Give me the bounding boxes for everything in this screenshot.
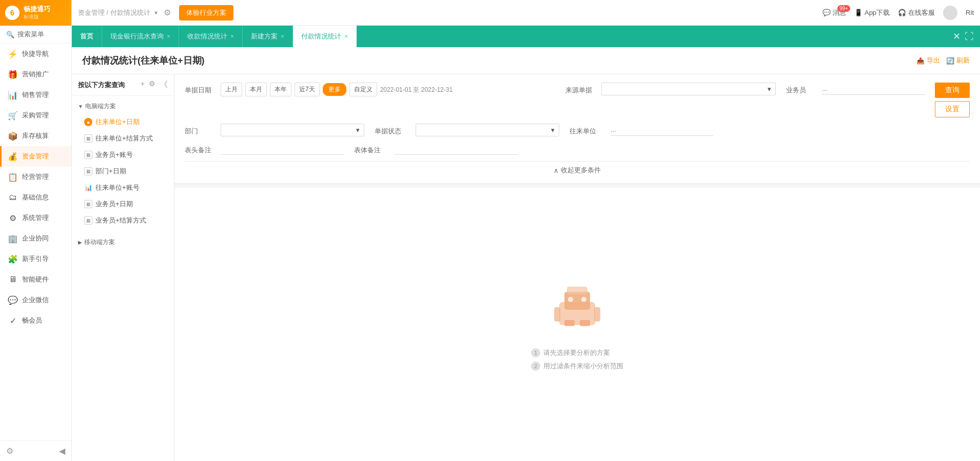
quick-nav-icon: ⚡ bbox=[8, 49, 18, 59]
sidebar-item-quick-nav[interactable]: ⚡ 快捷导航 bbox=[0, 44, 71, 64]
settings-button[interactable]: 设置 bbox=[935, 101, 970, 117]
close-all-tabs-icon[interactable]: ✕ bbox=[953, 31, 961, 42]
sidebar-item-guide[interactable]: 🧩 新手引导 bbox=[0, 249, 71, 269]
sidebar-item-purchase[interactable]: 🛒 采购管理 bbox=[0, 105, 71, 126]
basic-icon: 🗂 bbox=[8, 192, 18, 203]
svg-rect-5 bbox=[554, 307, 560, 322]
topbar-gear-icon[interactable]: ⚙ bbox=[164, 8, 171, 17]
sidebar-item-label: 经营管理 bbox=[22, 172, 49, 182]
date-filter-label: 单据日期 bbox=[185, 83, 221, 95]
tab-payment-stats[interactable]: 付款情况统计 × bbox=[293, 26, 357, 47]
expand-icon[interactable]: ⛶ bbox=[965, 31, 974, 42]
date-btn-custom[interactable]: 自定义 bbox=[349, 83, 377, 96]
sidebar-item-vip[interactable]: ✓ 畅会员 bbox=[0, 310, 71, 331]
tab-new-scheme[interactable]: 新建方案 × bbox=[243, 26, 293, 47]
message-button[interactable]: 💬 消息 99+ bbox=[822, 8, 846, 17]
logo-sub: 标准版 bbox=[24, 13, 50, 21]
sidebar-item-wechat[interactable]: 💬 企业微信 bbox=[0, 290, 71, 310]
staff-input[interactable] bbox=[822, 85, 925, 92]
export-label: 导出 bbox=[927, 56, 940, 65]
sidebar-collapse-icon[interactable]: ◀ bbox=[59, 446, 65, 456]
desktop-group-header[interactable]: ▼ 电脑端方案 bbox=[72, 99, 174, 114]
date-btn-more[interactable]: 更多 bbox=[323, 83, 346, 96]
scheme-item-dept-date[interactable]: ▦ 部门+日期 bbox=[72, 163, 174, 179]
date-btn-this-month[interactable]: 本月 bbox=[245, 83, 267, 96]
sidebar-item-system[interactable]: ⚙ 系统管理 bbox=[0, 208, 71, 228]
collapse-filter-button[interactable]: ∧ 收起更多条件 bbox=[185, 161, 970, 179]
query-button[interactable]: 查询 bbox=[935, 83, 970, 98]
scheme-item-label: 往来单位+账号 bbox=[95, 183, 140, 192]
sidebar-item-label: 畅会员 bbox=[22, 316, 42, 325]
message-icon: 💬 bbox=[822, 9, 831, 16]
right-panel: 单据日期 上月 本月 本年 近7天 更多 自定义 2022-01-01 至 20… bbox=[174, 74, 980, 461]
sidebar-header: 6 畅捷通巧 标准版 bbox=[0, 0, 71, 26]
inventory-icon: 📦 bbox=[8, 131, 18, 141]
date-btn-7days[interactable]: 近7天 bbox=[295, 83, 320, 96]
svg-rect-4 bbox=[567, 287, 587, 294]
sidebar-item-marketing[interactable]: 🎁 营销推广 bbox=[0, 64, 71, 85]
sidebar-nav: ⚡ 快捷导航 🎁 营销推广 📊 销售管理 🛒 采购管理 📦 库存核算 💰 资金管… bbox=[0, 44, 71, 440]
header-note-input[interactable] bbox=[221, 143, 344, 155]
scheme-item-label: 业务员+账号 bbox=[95, 150, 133, 159]
data-area: 1 请先选择要分析的方案 2 用过滤条件来缩小分析范围 bbox=[174, 188, 980, 461]
tab-bank-flow[interactable]: 现金银行流水查询 × bbox=[102, 26, 179, 47]
trial-button[interactable]: 体验行业方案 bbox=[179, 5, 233, 21]
sidebar-settings-icon[interactable]: ⚙ bbox=[6, 446, 13, 456]
sidebar-item-basic[interactable]: 🗂 基础信息 bbox=[0, 187, 71, 208]
tab-receipt-stats-close[interactable]: × bbox=[230, 33, 234, 40]
left-panel-title: 按以下方案查询 bbox=[78, 81, 125, 90]
tab-payment-stats-close[interactable]: × bbox=[344, 33, 348, 40]
scheme-item-staff-payment[interactable]: ▦ 业务员+结算方式 bbox=[72, 212, 174, 229]
dept-select[interactable]: ▾ bbox=[221, 124, 364, 136]
tab-payment-stats-label: 付款情况统计 bbox=[301, 32, 341, 41]
sidebar-item-label: 系统管理 bbox=[22, 213, 49, 223]
topbar: 资金管理 / 付款情况统计 ▾ ⚙ 体验行业方案 💬 消息 99+ 📱 App下… bbox=[72, 0, 980, 26]
scheme-item-label: 往来单位+结算方式 bbox=[95, 134, 153, 143]
add-scheme-icon[interactable]: + bbox=[141, 79, 145, 90]
svg-rect-1 bbox=[564, 292, 590, 310]
body-note-input[interactable] bbox=[395, 143, 518, 155]
online-service-button[interactable]: 🎧 在线客服 bbox=[898, 8, 935, 17]
sidebar-item-enterprise[interactable]: 🏢 企业协同 bbox=[0, 228, 71, 249]
tab-home[interactable]: 首页 bbox=[72, 26, 102, 47]
tab-new-scheme-close[interactable]: × bbox=[281, 33, 284, 40]
scheme-item-unit-payment[interactable]: ▦ 往来单位+结算方式 bbox=[72, 130, 174, 147]
mobile-group-header[interactable]: ▶ 移动端方案 bbox=[72, 235, 174, 250]
date-btn-this-year[interactable]: 本年 bbox=[270, 83, 291, 96]
service-label: 在线客服 bbox=[908, 8, 935, 17]
refresh-button[interactable]: 🔄 刷新 bbox=[946, 56, 970, 65]
sidebar-item-label: 新手引导 bbox=[22, 254, 49, 264]
service-icon: 🎧 bbox=[898, 9, 906, 16]
desktop-scheme-group: ▼ 电脑端方案 ● 往来单位+日期 ▦ 往来单位+结算方式 ▦ 业务员+账号 bbox=[72, 96, 174, 232]
scheme-item-staff-date[interactable]: ▦ 业务员+日期 bbox=[72, 196, 174, 212]
sidebar-item-hardware[interactable]: 🖥 智能硬件 bbox=[0, 269, 71, 290]
sidebar-item-sales[interactable]: 📊 销售管理 bbox=[0, 85, 71, 105]
scheme-table-icon: ▦ bbox=[84, 216, 92, 225]
export-button[interactable]: 📤 导出 bbox=[916, 56, 940, 65]
dropdown-icon[interactable]: ▾ bbox=[154, 9, 158, 16]
search-label: 搜索菜单 bbox=[17, 30, 44, 39]
sidebar-item-finance[interactable]: 💰 资金管理 bbox=[0, 146, 71, 167]
scheme-settings-icon[interactable]: ⚙ bbox=[149, 79, 155, 90]
tab-bank-flow-close[interactable]: × bbox=[167, 33, 170, 40]
sidebar-item-inventory[interactable]: 📦 库存核算 bbox=[0, 126, 71, 146]
tab-receipt-stats[interactable]: 收款情况统计 × bbox=[179, 26, 243, 47]
search-menu[interactable]: 🔍 搜索菜单 bbox=[0, 26, 71, 44]
refresh-icon: 🔄 bbox=[946, 57, 954, 65]
doc-status-select[interactable]: ▾ bbox=[416, 124, 559, 136]
app-download-button[interactable]: 📱 App下载 bbox=[854, 8, 890, 17]
sidebar: 6 畅捷通巧 标准版 🔍 搜索菜单 ⚡ 快捷导航 🎁 营销推广 📊 销售管理 🛒… bbox=[0, 0, 72, 461]
mobile-scheme-group: ▶ 移动端方案 bbox=[72, 232, 174, 253]
source-doc-select[interactable]: ▾ bbox=[601, 83, 776, 95]
sidebar-item-operation[interactable]: 📋 经营管理 bbox=[0, 167, 71, 187]
panel-collapse-icon[interactable]: 《 bbox=[160, 79, 168, 90]
app-icon: 📱 bbox=[854, 9, 863, 16]
page-area: 付款情况统计(往来单位+日期) 📤 导出 🔄 刷新 按以下方案查询 + bbox=[72, 47, 980, 461]
scheme-item-unit-date[interactable]: ● 往来单位+日期 bbox=[72, 114, 174, 130]
mobile-group-label: 移动端方案 bbox=[84, 238, 115, 247]
partner-input[interactable] bbox=[611, 126, 713, 133]
date-btn-last-month[interactable]: 上月 bbox=[221, 83, 242, 96]
scheme-item-unit-account[interactable]: 📊 往来单位+账号 bbox=[72, 179, 174, 196]
scheme-item-staff-account[interactable]: ▦ 业务员+账号 bbox=[72, 147, 174, 163]
header-note-label: 表头备注 bbox=[185, 143, 221, 155]
